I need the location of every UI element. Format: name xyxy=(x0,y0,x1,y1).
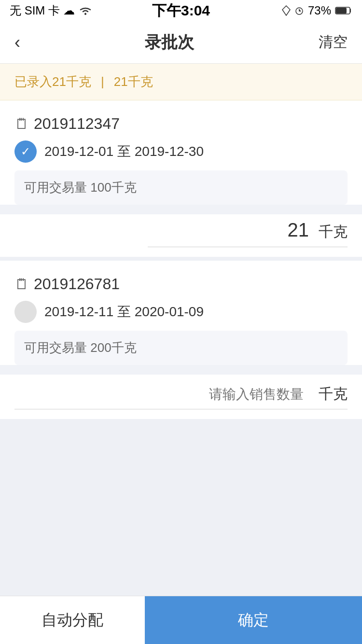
amount-unit-1: 千克 xyxy=(319,222,348,242)
batch-date-1: 2019-12-01 至 2019-12-30 xyxy=(44,142,204,161)
batch-icon-2: 🗒 xyxy=(14,276,29,293)
amount-container-1: 21 千克 xyxy=(0,214,362,257)
back-button[interactable]: ‹ xyxy=(14,32,20,53)
page-title: 录批次 xyxy=(145,31,194,54)
confirm-button[interactable]: 确定 xyxy=(145,596,362,644)
total-label: 21千克 xyxy=(114,73,153,90)
nav-bar: ‹ 录批次 清空 xyxy=(0,21,362,64)
batch-date-row-2[interactable]: 2019-12-11 至 2020-01-09 xyxy=(14,301,348,323)
status-time: 下午3:04 xyxy=(152,1,210,21)
auto-distribute-button[interactable]: 自动分配 xyxy=(0,596,145,644)
batch-date-row-1[interactable]: ✓ 2019-12-01 至 2019-12-30 xyxy=(14,140,348,163)
battery-icon xyxy=(335,6,352,15)
info-divider: | xyxy=(101,74,104,89)
recorded-label: 已录入21千克 xyxy=(14,73,91,90)
sim-label: 无 SIM 卡 ☁ xyxy=(10,3,75,18)
batch-available-2: 可用交易量 200千克 xyxy=(14,331,348,365)
separator-1 xyxy=(0,257,362,261)
svg-rect-3 xyxy=(336,8,347,14)
batch-item-2: 🗒 2019126781 2019-12-11 至 2020-01-09 可用交… xyxy=(0,261,362,365)
status-bar: 无 SIM 卡 ☁ 下午3:04 73% xyxy=(0,0,362,21)
input-unit-2: 千克 xyxy=(319,384,348,404)
batch-number-1: 2019112347 xyxy=(34,115,120,133)
batch-number-2: 2019126781 xyxy=(34,275,120,293)
input-row-2[interactable]: 千克 xyxy=(14,384,348,404)
checkmark-icon-1: ✓ xyxy=(21,145,30,158)
empty-area xyxy=(0,423,362,606)
input-row-wrapper-2: 千克 xyxy=(0,375,362,423)
location-icon xyxy=(282,5,291,16)
status-left: 无 SIM 卡 ☁ xyxy=(10,3,92,18)
batch-item-1: 🗒 2019112347 ✓ 2019-12-01 至 2019-12-30 可… xyxy=(0,100,362,205)
batch-icon-1: 🗒 xyxy=(14,116,29,132)
batch-date-2: 2019-12-11 至 2020-01-09 xyxy=(44,303,204,321)
radio-checked-1[interactable]: ✓ xyxy=(14,140,37,163)
quantity-input-2[interactable] xyxy=(166,387,311,402)
batch-header-2: 🗒 2019126781 xyxy=(14,275,348,293)
alarm-icon xyxy=(294,5,304,16)
bottom-bar: 自动分配 确定 xyxy=(0,596,362,644)
status-right: 73% xyxy=(282,4,352,17)
amount-line-1 xyxy=(148,247,348,247)
batch-header-1: 🗒 2019112347 xyxy=(14,115,348,133)
svg-point-0 xyxy=(84,13,86,15)
clear-button[interactable]: 清空 xyxy=(319,32,348,52)
radio-unchecked-2[interactable] xyxy=(14,301,37,323)
input-divider-2 xyxy=(14,409,348,409)
battery-label: 73% xyxy=(308,4,331,17)
info-bar: 已录入21千克 | 21千克 xyxy=(0,64,362,100)
wifi-icon xyxy=(79,6,92,15)
amount-inner-1: 21 千克 xyxy=(14,219,348,247)
amount-value-1: 21 xyxy=(288,219,309,241)
batch-available-1: 可用交易量 100千克 xyxy=(14,170,348,205)
